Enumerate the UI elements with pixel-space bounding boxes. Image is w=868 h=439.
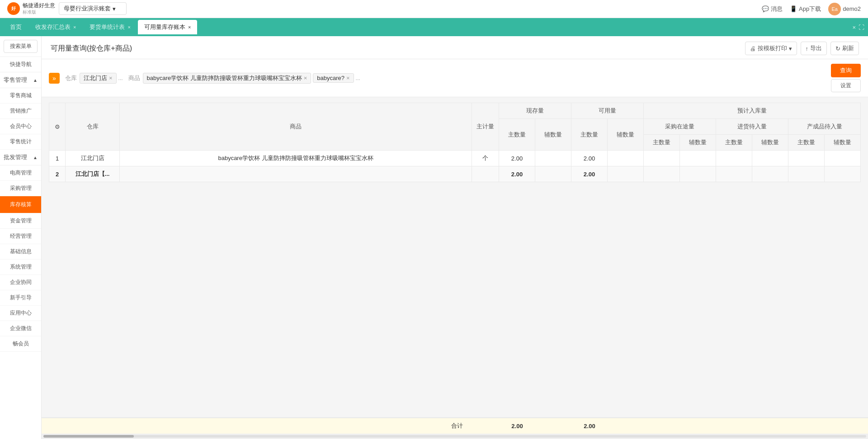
tab-home[interactable]: 首页 <box>4 20 28 34</box>
product-label: 商品 <box>128 74 140 82</box>
product-tag-1[interactable]: babycare学饮杯 儿童防摔防撞吸管杯重力球吸嘴杯宝宝水杯 × <box>143 73 311 84</box>
stock-aux-1 <box>535 151 571 166</box>
page-header: 可用量查询(按仓库+商品) 🖨 按模板打印 ↑ 导出 ↻ 刷新 <box>42 36 868 59</box>
product-tag-1-close[interactable]: × <box>304 75 307 81</box>
purchase-main-1 <box>644 151 680 166</box>
scroll-thumb[interactable] <box>43 435 134 438</box>
close-all-btn[interactable]: × <box>852 24 856 31</box>
app-label: App下载 <box>799 5 821 13</box>
footer-stock-main: 2.00 <box>499 423 535 430</box>
footer-avail-main: 2.00 <box>571 423 608 430</box>
col-warehouse-header: 仓库 <box>66 103 120 151</box>
product-1: babycare学饮杯 儿童防摔防撞吸管杯重力球吸嘴杯宝宝水杯 <box>120 151 472 166</box>
product-tag-2[interactable]: babycare? × <box>313 73 354 83</box>
tab-order-stats-close[interactable]: × <box>127 24 130 30</box>
sidebar-item-ecommerce[interactable]: 电商管理 <box>0 165 41 181</box>
sidebar-item-retail-stats[interactable]: 零售统计 <box>0 134 41 150</box>
product-tag-2-close[interactable]: × <box>346 75 350 81</box>
sidebar-nav: 零售管理 ▲ 零售商城 营销推广 会员中心 零售统计 批发管理 ▲ 电商管理 采… <box>0 72 41 352</box>
product-tag-1-text: babycare学饮杯 儿童防摔防撞吸管杯重力球吸嘴杯宝宝水杯 <box>147 74 302 82</box>
inbound-main-1 <box>716 151 752 166</box>
product-tag-2-text: babycare? <box>317 75 344 81</box>
tab-available-stock-label: 可用量库存账本 <box>144 23 185 31</box>
product-more[interactable]: ... <box>356 75 360 81</box>
warehouse-1: 江北门店 <box>66 151 120 166</box>
refresh-label: 刷新 <box>842 44 854 52</box>
tab-available-stock-close[interactable]: × <box>188 24 191 30</box>
warehouse-tag[interactable]: 江北门店 × <box>80 73 117 84</box>
sidebar: 搜索菜单 快捷导航 零售管理 ▲ 零售商城 营销推广 会员中心 零售统计 批发管… <box>0 36 42 439</box>
page-header-actions: 🖨 按模板打印 ↑ 导出 ↻ 刷新 <box>745 42 859 55</box>
sidebar-item-enterprise-collab[interactable]: 企业协同 <box>0 275 41 290</box>
main-layout: 搜索菜单 快捷导航 零售管理 ▲ 零售商城 营销推广 会员中心 零售统计 批发管… <box>0 36 868 439</box>
table-container: ⚙ 仓库 商品 主计量 现存量 可用量 预计入库量 主数量 辅数量 主数量 辅数… <box>42 97 868 417</box>
sidebar-item-system-mgmt[interactable]: 系统管理 <box>0 260 41 275</box>
tab-order-stats-label: 要货单统计表 <box>90 23 125 31</box>
sidebar-item-app-center[interactable]: 应用中心 <box>0 306 41 321</box>
logo-sub: 标准版 <box>23 9 55 15</box>
export-btn[interactable]: ↑ 导出 <box>801 42 827 55</box>
product-2 <box>120 166 472 182</box>
sidebar-search-btn[interactable]: 搜索菜单 <box>4 40 38 53</box>
scroll-track <box>43 435 866 438</box>
tab-home-label: 首页 <box>10 23 22 31</box>
nav-tabs: 首页 收发存汇总表 × 要货单统计表 × 可用量库存账本 × × ⛶ <box>0 18 868 36</box>
refresh-icon: ↻ <box>835 45 840 52</box>
industry-selector[interactable]: 母婴行业演示账套 <box>59 2 127 15</box>
sidebar-item-retail-mgmt[interactable]: 零售管理 ▲ <box>0 72 41 88</box>
export-label: 导出 <box>810 44 822 52</box>
warehouse-more[interactable]: ... <box>118 75 123 81</box>
sidebar-item-inventory[interactable]: 库存核算 <box>0 196 41 213</box>
print-arrow-icon <box>789 45 792 52</box>
tab-available-stock[interactable]: 可用量库存账本 × <box>138 20 197 34</box>
sidebar-item-marketing[interactable]: 营销推广 <box>0 104 41 119</box>
product-tags: babycare学饮杯 儿童防摔防撞吸管杯重力球吸嘴杯宝宝水杯 × babyca… <box>143 73 360 84</box>
prod-aux-2 <box>825 166 861 182</box>
query-btn[interactable]: 查询 <box>831 64 861 77</box>
sidebar-item-purchase-mgmt[interactable]: 采购管理 <box>0 181 41 196</box>
warehouse-tag-close[interactable]: × <box>109 75 113 81</box>
tab-order-stats[interactable]: 要货单统计表 × <box>83 20 137 34</box>
sidebar-item-retail-mall[interactable]: 零售商城 <box>0 88 41 104</box>
scroll-bar[interactable] <box>42 434 868 439</box>
sidebar-item-member[interactable]: 畅会员 <box>0 336 41 352</box>
warehouse-filter-group: 仓库 江北门店 × ... <box>65 73 123 84</box>
col-settings-header[interactable]: ⚙ <box>49 103 66 151</box>
print-icon: 🖨 <box>750 45 756 52</box>
tab-receivable-summary[interactable]: 收发存汇总表 × <box>29 20 82 34</box>
filter-toggle-btn[interactable]: » <box>49 73 60 84</box>
col-stock-aux-header: 辅数量 <box>535 119 571 151</box>
sidebar-quick-nav[interactable]: 快捷导航 <box>0 57 41 72</box>
col-avail-main-header: 主数量 <box>571 119 608 151</box>
sidebar-item-member-center[interactable]: 会员中心 <box>0 119 41 134</box>
logo-icon: 好 <box>7 2 20 15</box>
top-bar-left: 好 畅捷通好生意 标准版 母婴行业演示账套 <box>7 2 127 15</box>
sidebar-item-finance[interactable]: 资金管理 <box>0 213 41 229</box>
col-prod-aux-header: 辅数量 <box>825 135 861 151</box>
app-download-btn[interactable]: 📱 App下载 <box>790 5 821 13</box>
sidebar-retail-label: 零售管理 <box>4 76 27 84</box>
tab-receivable-close[interactable]: × <box>73 24 76 30</box>
retail-arrow-icon: ▲ <box>33 78 38 83</box>
maximize-btn[interactable]: ⛶ <box>859 24 864 31</box>
col-unit-header: 主计量 <box>472 103 499 151</box>
sidebar-item-wholesale-mgmt[interactable]: 批发管理 ▲ <box>0 150 41 165</box>
col-stock-header: 现存量 <box>499 103 571 119</box>
sidebar-item-basic-info[interactable]: 基础信息 <box>0 244 41 260</box>
filter-settings-btn[interactable]: 设置 <box>831 79 861 92</box>
sidebar-item-wechat-work[interactable]: 企业微信 <box>0 321 41 336</box>
username: demo2 <box>843 5 861 12</box>
sidebar-item-operation[interactable]: 经营管理 <box>0 229 41 244</box>
col-production-pending-header: 产成品待入量 <box>788 119 861 135</box>
user-area[interactable]: Ea demo2 <box>828 3 861 15</box>
col-purchase-transit-header: 采购在途量 <box>644 119 716 135</box>
logo-area: 好 畅捷通好生意 标准版 <box>7 2 55 15</box>
refresh-btn[interactable]: ↻ 刷新 <box>830 42 859 55</box>
sidebar-item-new-guide[interactable]: 新手引导 <box>0 290 41 306</box>
print-btn[interactable]: 🖨 按模板打印 <box>745 42 797 55</box>
col-inbound-pending-header: 进货待入量 <box>716 119 788 135</box>
message-btn[interactable]: 💬 消息 <box>762 5 783 13</box>
app-icon: 📱 <box>790 5 797 12</box>
table-row: 2 江北门店【... 2.00 2.00 <box>49 166 861 182</box>
logo-text-area: 畅捷通好生意 标准版 <box>23 2 55 15</box>
